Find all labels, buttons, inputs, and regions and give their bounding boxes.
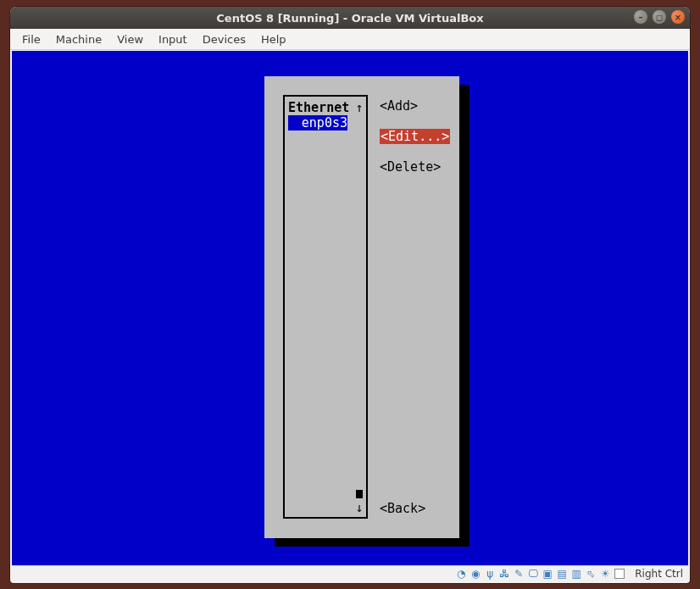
close-button[interactable]: × bbox=[671, 10, 685, 24]
menu-help[interactable]: Help bbox=[254, 31, 293, 47]
menu-input[interactable]: Input bbox=[152, 31, 194, 47]
window-title: CentOS 8 [Running] - Oracle VM VirtualBo… bbox=[216, 12, 483, 25]
display-icon[interactable]: 🖵 bbox=[527, 568, 539, 580]
host-key-label: Right Ctrl bbox=[635, 568, 683, 580]
usb-icon[interactable]: ψ bbox=[484, 568, 496, 580]
menubar: File Machine View Input Devices Help bbox=[10, 29, 690, 50]
window-titlebar: CentOS 8 [Running] - Oracle VM VirtualBo… bbox=[10, 7, 690, 29]
host-key-led bbox=[614, 569, 625, 579]
minimize-button[interactable]: – bbox=[634, 10, 647, 24]
clipboard-icon[interactable]: ☀ bbox=[599, 568, 611, 580]
optical-drive-icon[interactable]: ◉ bbox=[469, 568, 481, 580]
connection-listbox[interactable]: Ethernet enp0s3 ↑ ↓ bbox=[283, 95, 368, 519]
shared-folders-icon[interactable]: ✎ bbox=[513, 568, 525, 580]
nmtui-dialog: Ethernet enp0s3 ↑ ↓ <Add> <Edit...> <Del… bbox=[264, 76, 459, 538]
virtualbox-window: CentOS 8 [Running] - Oracle VM VirtualBo… bbox=[10, 7, 690, 583]
scroll-up-icon[interactable]: ↑ bbox=[355, 100, 364, 114]
menu-devices[interactable]: Devices bbox=[196, 31, 253, 47]
mouse-integration-icon[interactable]: ⬁ bbox=[585, 568, 597, 580]
edit-button[interactable]: <Edit...> bbox=[380, 129, 450, 144]
menu-view[interactable]: View bbox=[110, 31, 150, 47]
add-button[interactable]: <Add> bbox=[380, 98, 418, 114]
maximize-button[interactable]: ◻ bbox=[653, 10, 666, 24]
statusbar: ◔ ◉ ψ 🖧 ✎ 🖵 ▣ ▤ ▥ ⬁ ☀ Right Ctrl bbox=[12, 565, 688, 581]
hard-disk-icon[interactable]: ◔ bbox=[455, 568, 467, 580]
scroll-down-icon[interactable]: ↓ bbox=[355, 500, 364, 514]
menu-file[interactable]: File bbox=[15, 31, 47, 47]
connection-selected-item[interactable]: enp0s3 bbox=[288, 115, 347, 131]
scroll-thumb[interactable] bbox=[356, 490, 363, 498]
recording-icon[interactable]: ▣ bbox=[542, 568, 553, 580]
connection-type-header: Ethernet bbox=[288, 100, 349, 115]
status-icons: ◔ ◉ ψ 🖧 ✎ 🖵 ▣ ▤ ▥ ⬁ ☀ bbox=[455, 568, 611, 580]
guest-display[interactable]: Ethernet enp0s3 ↑ ↓ <Add> <Edit...> <Del… bbox=[12, 51, 688, 566]
cpu-icon[interactable]: ▥ bbox=[570, 568, 582, 580]
network-icon[interactable]: 🖧 bbox=[498, 568, 510, 580]
delete-button[interactable]: <Delete> bbox=[380, 159, 441, 175]
listbox-scrollbar[interactable]: ↑ ↓ bbox=[355, 100, 364, 514]
menu-machine[interactable]: Machine bbox=[49, 31, 108, 47]
back-button[interactable]: <Back> bbox=[380, 501, 425, 516]
window-controls: – ◻ × bbox=[634, 10, 685, 24]
audio-icon[interactable]: ▤ bbox=[556, 568, 568, 580]
